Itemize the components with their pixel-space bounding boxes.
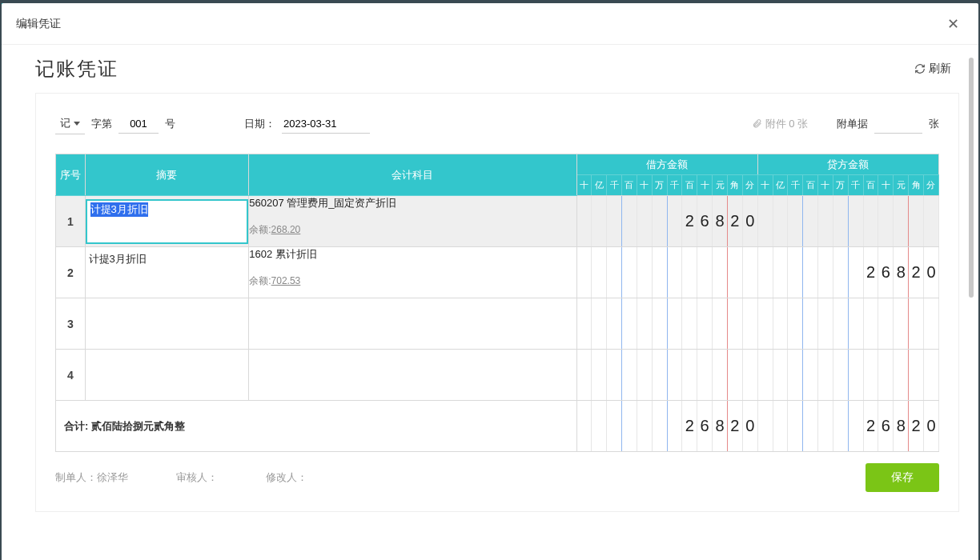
content-scroll-area[interactable]: 记账凭证 刷新 记 字第 号 日期： [2,45,978,560]
amount-digit-cell[interactable]: 2 [909,401,924,452]
refresh-button[interactable]: 刷新 [914,62,951,76]
amount-digit-cell[interactable] [863,298,878,350]
amount-digit-cell[interactable] [848,247,863,298]
amount-digit-cell[interactable] [848,298,863,350]
amount-digit-cell[interactable] [576,401,592,452]
summary-input[interactable] [86,199,249,244]
amount-digit-cell[interactable] [652,401,667,452]
amount-digit-cell[interactable] [637,196,652,247]
amount-digit-cell[interactable] [773,196,788,247]
attach-receipts-input[interactable] [874,114,922,134]
summary-cell[interactable] [85,350,249,401]
save-button[interactable]: 保存 [866,463,939,492]
amount-digit-cell[interactable]: 6 [697,196,713,247]
amount-digit-cell[interactable] [622,350,637,401]
amount-digit-cell[interactable] [773,401,788,452]
amount-digit-cell[interactable] [788,247,803,298]
amount-digit-cell[interactable] [742,298,757,350]
amount-digit-cell[interactable] [622,196,637,247]
amount-digit-cell[interactable] [727,247,742,298]
amount-digit-cell[interactable]: 2 [682,401,697,452]
amount-digit-cell[interactable] [848,401,863,452]
summary-cell[interactable]: 计提3月折旧 [85,247,249,298]
amount-digit-cell[interactable] [894,350,909,401]
amount-digit-cell[interactable]: 0 [923,401,938,452]
amount-digit-cell[interactable] [576,350,592,401]
amount-digit-cell[interactable]: 2 [863,401,878,452]
amount-digit-cell[interactable] [667,350,682,401]
amount-digit-cell[interactable] [923,196,938,247]
amount-digit-cell[interactable] [667,247,682,298]
amount-digit-cell[interactable] [757,350,773,401]
amount-digit-cell[interactable] [788,350,803,401]
amount-digit-cell[interactable]: 2 [727,401,742,452]
amount-digit-cell[interactable] [818,298,833,350]
amount-digit-cell[interactable]: 8 [713,196,728,247]
amount-digit-cell[interactable] [848,196,863,247]
amount-digit-cell[interactable] [592,298,607,350]
amount-digit-cell[interactable] [576,196,592,247]
scrollbar-vertical[interactable] [969,58,974,314]
amount-digit-cell[interactable] [607,196,622,247]
amount-digit-cell[interactable] [682,350,697,401]
amount-digit-cell[interactable] [833,247,848,298]
summary-cell[interactable] [85,298,249,350]
amount-digit-cell[interactable] [848,350,863,401]
amount-digit-cell[interactable] [667,298,682,350]
amount-digit-cell[interactable] [894,196,909,247]
amount-digit-cell[interactable] [742,247,757,298]
amount-digit-cell[interactable] [652,247,667,298]
voucher-prefix-dropdown[interactable]: 记 [55,113,85,134]
amount-digit-cell[interactable]: 0 [742,401,757,452]
amount-digit-cell[interactable] [909,196,924,247]
amount-digit-cell[interactable] [607,247,622,298]
amount-digit-cell[interactable] [592,196,607,247]
amount-digit-cell[interactable] [788,196,803,247]
amount-digit-cell[interactable] [818,401,833,452]
amount-digit-cell[interactable] [667,401,682,452]
amount-digit-cell[interactable] [878,298,894,350]
amount-digit-cell[interactable]: 2 [682,196,697,247]
close-icon[interactable]: ✕ [942,12,964,36]
amount-digit-cell[interactable] [637,247,652,298]
amount-digit-cell[interactable] [622,298,637,350]
amount-digit-cell[interactable] [622,401,637,452]
amount-digit-cell[interactable] [818,247,833,298]
amount-digit-cell[interactable] [637,350,652,401]
voucher-date-input[interactable] [282,114,370,134]
amount-digit-cell[interactable] [803,247,818,298]
account-cell[interactable] [249,298,576,350]
amount-digit-cell[interactable]: 8 [713,401,728,452]
amount-digit-cell[interactable] [894,298,909,350]
scrollbar-thumb[interactable] [969,58,974,298]
amount-digit-cell[interactable] [757,298,773,350]
amount-digit-cell[interactable] [637,298,652,350]
amount-digit-cell[interactable] [757,196,773,247]
attachment-link[interactable]: 附件 0 张 [752,117,808,131]
amount-digit-cell[interactable] [818,350,833,401]
amount-digit-cell[interactable] [833,350,848,401]
amount-digit-cell[interactable] [923,350,938,401]
amount-digit-cell[interactable] [757,401,773,452]
amount-digit-cell[interactable] [727,350,742,401]
amount-digit-cell[interactable] [592,247,607,298]
amount-digit-cell[interactable] [878,350,894,401]
account-cell[interactable]: 1602 累计折旧余额:702.53 [249,247,576,298]
amount-digit-cell[interactable] [652,350,667,401]
amount-digit-cell[interactable] [757,247,773,298]
amount-digit-cell[interactable] [713,298,728,350]
amount-digit-cell[interactable]: 6 [878,247,894,298]
amount-digit-cell[interactable] [833,298,848,350]
amount-digit-cell[interactable] [803,298,818,350]
amount-digit-cell[interactable]: 8 [894,247,909,298]
amount-digit-cell[interactable] [682,298,697,350]
amount-digit-cell[interactable] [833,196,848,247]
amount-digit-cell[interactable] [773,298,788,350]
amount-digit-cell[interactable] [713,247,728,298]
amount-digit-cell[interactable] [592,350,607,401]
amount-digit-cell[interactable] [773,247,788,298]
account-cell[interactable]: 560207 管理费用_固定资产折旧余额:268.20 [249,196,576,247]
amount-digit-cell[interactable] [607,350,622,401]
amount-digit-cell[interactable]: 0 [923,247,938,298]
amount-digit-cell[interactable]: 8 [894,401,909,452]
